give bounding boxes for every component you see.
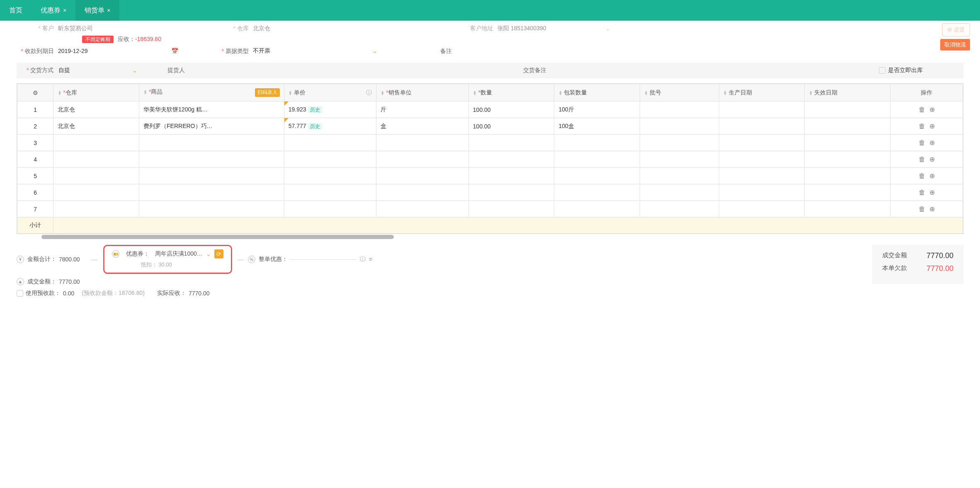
- cell-qty[interactable]: [468, 168, 554, 184]
- warehouse-value[interactable]: 北京仓: [253, 25, 336, 32]
- table-row[interactable]: 6🗑⊕: [17, 184, 963, 201]
- col-expire[interactable]: ▲▼失效日期: [805, 84, 890, 101]
- payment-due-input[interactable]: 2019-12-29 📅: [58, 48, 178, 55]
- help-icon[interactable]: ⓘ: [360, 256, 366, 263]
- add-icon[interactable]: ⊕: [929, 172, 935, 180]
- tab-coupon[interactable]: 优惠券 ×: [32, 0, 75, 21]
- table-row[interactable]: 7🗑⊕: [17, 201, 963, 217]
- scan-badge[interactable]: 扫码录入: [255, 88, 280, 97]
- cell-pkg[interactable]: [554, 151, 640, 168]
- cell-qty[interactable]: [468, 135, 554, 151]
- add-icon[interactable]: ⊕: [929, 139, 935, 147]
- cell-expire[interactable]: [805, 151, 890, 168]
- horizontal-scrollbar[interactable]: [41, 235, 394, 239]
- delete-icon[interactable]: 🗑: [919, 156, 925, 163]
- add-icon[interactable]: ⊕: [929, 188, 935, 196]
- delete-icon[interactable]: 🗑: [919, 123, 925, 130]
- close-icon[interactable]: ×: [107, 7, 110, 14]
- cell-price[interactable]: [284, 151, 376, 168]
- add-icon[interactable]: ⊕: [929, 205, 935, 213]
- cell-prod-date[interactable]: [719, 135, 805, 151]
- cell-unit[interactable]: [376, 201, 469, 217]
- cell-unit[interactable]: [376, 151, 469, 168]
- col-product[interactable]: ▲▼*商品扫码录入: [139, 84, 284, 101]
- cell-warehouse[interactable]: 北京仓: [53, 118, 139, 135]
- chevron-down-icon[interactable]: ⌄: [372, 48, 377, 54]
- cell-qty[interactable]: [468, 151, 554, 168]
- sort-icon[interactable]: ▲▼: [473, 90, 477, 95]
- cell-warehouse[interactable]: [53, 168, 139, 184]
- cell-unit[interactable]: 盒: [376, 118, 469, 135]
- close-icon[interactable]: ×: [63, 7, 66, 14]
- immediate-out-checkbox[interactable]: [879, 67, 885, 74]
- add-icon[interactable]: ⊕: [929, 155, 935, 163]
- cell-price[interactable]: 57.777历史: [284, 118, 376, 135]
- cancel-logistics-button[interactable]: 取消物流: [940, 39, 970, 51]
- sort-icon[interactable]: ▲▼: [723, 90, 727, 95]
- cell-pkg[interactable]: 100盒: [554, 118, 640, 135]
- cell-price[interactable]: [284, 201, 376, 217]
- cell-batch[interactable]: [640, 101, 719, 118]
- delete-icon[interactable]: 🗑: [919, 205, 925, 213]
- col-batch[interactable]: ▲▼批号: [640, 84, 719, 101]
- delete-icon[interactable]: 🗑: [919, 172, 925, 180]
- cell-product[interactable]: 费列罗（FERRERO）巧…: [139, 118, 284, 135]
- cell-pkg[interactable]: [554, 184, 640, 201]
- calendar-icon[interactable]: 📅: [171, 48, 178, 54]
- cell-batch[interactable]: [640, 135, 719, 151]
- cell-expire[interactable]: [805, 168, 890, 184]
- cell-price[interactable]: [284, 184, 376, 201]
- cell-prod-date[interactable]: [719, 201, 805, 217]
- cell-prod-date[interactable]: [719, 101, 805, 118]
- cell-product[interactable]: [139, 151, 284, 168]
- cell-unit[interactable]: [376, 135, 469, 151]
- cell-price[interactable]: [284, 135, 376, 151]
- delete-icon[interactable]: 🗑: [919, 189, 925, 196]
- col-price[interactable]: ▲▼单价ⓘ: [284, 84, 376, 101]
- cell-unit[interactable]: [376, 184, 469, 201]
- use-prepay-checkbox[interactable]: [17, 290, 23, 297]
- cell-product[interactable]: [139, 184, 284, 201]
- cell-price[interactable]: [284, 168, 376, 184]
- cell-batch[interactable]: [640, 118, 719, 135]
- coupon-select[interactable]: 周年店庆满1000…: [155, 250, 203, 258]
- cell-expire[interactable]: [805, 135, 890, 151]
- table-row[interactable]: 3🗑⊕: [17, 135, 963, 151]
- chevron-down-icon[interactable]: ⌄: [605, 25, 610, 32]
- add-icon[interactable]: ⊕: [929, 122, 935, 130]
- cell-product[interactable]: [139, 201, 284, 217]
- cell-batch[interactable]: [640, 151, 719, 168]
- cell-expire[interactable]: [805, 184, 890, 201]
- add-icon[interactable]: ⊕: [929, 106, 935, 114]
- help-icon[interactable]: ⓘ: [366, 89, 372, 97]
- col-prod-date[interactable]: ▲▼生产日期: [719, 84, 805, 101]
- remark-input[interactable]: [456, 49, 580, 53]
- cell-pkg[interactable]: 100斤: [554, 101, 640, 118]
- cell-unit[interactable]: [376, 168, 469, 184]
- sort-icon[interactable]: ▲▼: [289, 90, 292, 95]
- cell-product[interactable]: [139, 168, 284, 184]
- sort-icon[interactable]: ▲▼: [143, 89, 147, 94]
- cell-expire[interactable]: [805, 101, 890, 118]
- cell-qty[interactable]: 100.00: [468, 118, 554, 135]
- cell-warehouse[interactable]: [53, 151, 139, 168]
- customer-value[interactable]: 昕东贸易公司: [58, 25, 141, 32]
- col-qty[interactable]: ▲▼*数量: [468, 84, 554, 101]
- delete-icon[interactable]: 🗑: [919, 106, 925, 114]
- cell-unit[interactable]: 斤: [376, 101, 469, 118]
- cell-qty[interactable]: 100.00: [468, 101, 554, 118]
- cell-prod-date[interactable]: [719, 118, 805, 135]
- cell-product[interactable]: [139, 135, 284, 151]
- cell-warehouse[interactable]: 北京仓: [53, 101, 139, 118]
- cell-warehouse[interactable]: [53, 135, 139, 151]
- order-discount-input[interactable]: [290, 259, 357, 260]
- tab-home[interactable]: 首页: [0, 0, 32, 21]
- col-pkg[interactable]: ▲▼包装数量: [554, 84, 640, 101]
- table-row[interactable]: 2北京仓费列罗（FERRERO）巧…57.777历史盒100.00100盒🗑⊕: [17, 118, 963, 135]
- sort-icon[interactable]: ▲▼: [558, 90, 562, 95]
- cell-pkg[interactable]: [554, 135, 640, 151]
- delivery-method-select[interactable]: 自提 ⌄: [58, 67, 137, 74]
- cell-prod-date[interactable]: [719, 168, 805, 184]
- cell-expire[interactable]: [805, 201, 890, 217]
- chevron-down-icon[interactable]: ⌄: [132, 67, 137, 74]
